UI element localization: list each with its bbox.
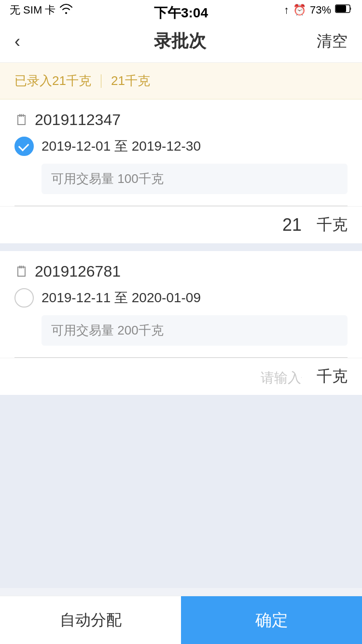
batch-item-1: 🗒 2019112347 2019-12-01 至 2019-12-30 可用交… [0, 99, 362, 243]
batch-avail-1: 可用交易量 100千克 [42, 164, 348, 194]
carrier-text: 无 SIM 卡 [10, 3, 56, 17]
batch-date-row-1: 2019-12-01 至 2019-12-30 [14, 137, 348, 156]
batch-header-2: 🗒 2019126781 [14, 263, 348, 280]
batch-avail-2: 可用交易量 200千克 [42, 315, 348, 346]
empty-area [0, 395, 362, 588]
batch-id-2: 2019126781 [35, 263, 121, 280]
section-divider [0, 243, 362, 251]
radio-2[interactable] [14, 288, 34, 308]
batch-item-2: 🗒 2019126781 2019-12-11 至 2020-01-09 可用交… [0, 251, 362, 395]
batch-qty-input-1[interactable] [261, 215, 309, 235]
status-left: 无 SIM 卡 [10, 3, 73, 17]
batch-qty-unit-1: 千克 [317, 214, 348, 236]
confirm-button[interactable]: 确定 [181, 596, 362, 644]
radio-1[interactable] [14, 137, 34, 156]
batch-header-1: 🗒 2019112347 [14, 111, 348, 129]
info-bar: 已录入21千克 21千克 [0, 63, 362, 99]
recorded-label: 已录入21千克 [14, 72, 91, 89]
nav-bar: ‹ 录批次 清空 [0, 20, 362, 63]
batch-avail-text-2: 可用交易量 200千克 [51, 323, 164, 337]
batch-date-row-2: 2019-12-11 至 2020-01-09 [14, 288, 348, 308]
alarm-icon: ⏰ [293, 4, 306, 16]
batch-date-2: 2019-12-11 至 2020-01-09 [42, 289, 201, 307]
location-icon: ↑ [284, 4, 289, 16]
bottom-bar: 自动分配 确定 [0, 596, 362, 644]
auto-distribute-button[interactable]: 自动分配 [0, 596, 181, 644]
battery-text: 73% [310, 4, 331, 16]
page-title: 录批次 [154, 29, 206, 53]
batch-qty-row-1: 千克 [0, 206, 362, 243]
status-time: 下午3:04 [154, 4, 208, 22]
batch-qty-unit-2: 千克 [317, 366, 348, 387]
status-bar: 无 SIM 卡 下午3:04 ↑ ⏰ 73% [0, 0, 362, 20]
batch-qty-input-2[interactable] [261, 366, 309, 387]
back-button[interactable]: ‹ [14, 31, 43, 52]
status-right: ↑ ⏰ 73% [284, 4, 352, 16]
svg-rect-1 [336, 5, 346, 12]
batch-date-1: 2019-12-01 至 2019-12-30 [42, 137, 201, 155]
clear-button[interactable]: 清空 [317, 31, 348, 52]
battery-icon [335, 4, 352, 16]
info-divider [101, 74, 101, 88]
recorded-value: 21千克 [111, 72, 150, 89]
batch-avail-text-1: 可用交易量 100千克 [51, 171, 164, 186]
batch-icon-2: 🗒 [14, 264, 29, 280]
batch-icon-1: 🗒 [14, 112, 29, 128]
batch-qty-row-2: 千克 [0, 358, 362, 395]
wifi-icon [59, 3, 73, 17]
batch-id-1: 2019112347 [35, 111, 121, 129]
